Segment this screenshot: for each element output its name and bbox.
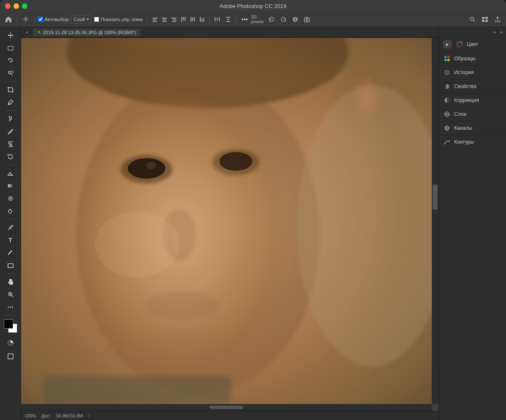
rect-marquee-tool-btn[interactable]: [5, 42, 16, 54]
panel-item-tsvet[interactable]: ▶ Цвет: [439, 37, 506, 52]
toolbar-sep-4: [209, 15, 210, 24]
svg-point-29: [470, 17, 474, 21]
panel-collapse-right-btn[interactable]: »: [499, 29, 503, 35]
history-icon: [443, 69, 451, 76]
svg-rect-9: [181, 17, 182, 22]
move-tool-btn[interactable]: [5, 29, 16, 41]
zoom-display: 100%: [24, 413, 36, 418]
brush-tool-btn[interactable]: [5, 126, 16, 137]
svg-point-102: [444, 143, 446, 144]
undo-rotate-icon[interactable]: [278, 14, 288, 24]
panel-item-svoystva[interactable]: Свойства: [439, 80, 506, 94]
align-group: [151, 15, 206, 24]
show-controls-group: Показать упр. элем.: [94, 17, 144, 22]
gradient-tool-btn[interactable]: [5, 180, 16, 192]
window-controls[interactable]: [5, 3, 27, 9]
blur-tool-btn[interactable]: [5, 193, 16, 204]
3d-label: 3D-режим: [251, 15, 264, 24]
minimize-button[interactable]: [13, 3, 19, 9]
align-middle-icon[interactable]: [188, 15, 196, 24]
clone-tool-btn[interactable]: [5, 138, 16, 150]
samples-icon: [443, 55, 451, 62]
panel-item-kontury[interactable]: Контуры: [439, 135, 506, 149]
type-tool-btn[interactable]: T: [5, 234, 16, 246]
spot-heal-tool-btn[interactable]: [5, 113, 16, 125]
history-brush-btn[interactable]: [5, 151, 16, 163]
crop-tool-btn[interactable]: [5, 84, 16, 96]
align-left-icon[interactable]: [151, 15, 159, 24]
svg-rect-14: [194, 17, 195, 21]
svg-point-50: [8, 142, 11, 144]
quick-mask-btn[interactable]: [5, 337, 16, 349]
zoom-tool-btn[interactable]: [5, 289, 16, 300]
properties-icon: [443, 83, 451, 90]
tool-sep-4: [5, 219, 16, 219]
layer-dropdown[interactable]: Слой: [71, 15, 92, 24]
maximize-button[interactable]: [22, 3, 27, 9]
hand-tool-btn[interactable]: [5, 276, 16, 288]
show-controls-checkbox[interactable]: [94, 17, 99, 22]
color-swatches[interactable]: [4, 319, 17, 333]
eraser-tool-btn[interactable]: [5, 167, 16, 179]
panel-item-istoriya[interactable]: История: [439, 66, 506, 80]
auto-select-checkbox[interactable]: [38, 17, 43, 22]
path-select-btn[interactable]: [5, 247, 16, 259]
canvas-viewport[interactable]: [21, 38, 439, 411]
pen-tool-btn[interactable]: [5, 222, 16, 233]
tab-close-icon[interactable]: ✕: [37, 30, 40, 35]
panel-collapse-left-btn[interactable]: «: [493, 29, 497, 35]
app-title: Adobe Photoshop CC 2019: [220, 3, 286, 9]
status-bar: 100% Дос: 34,9М/34,9М ›: [21, 411, 439, 420]
svg-rect-34: [485, 20, 488, 22]
right-panel: « » ▶ Цвет Образцы История: [439, 27, 506, 420]
panel-play-tsvet[interactable]: ▶: [443, 40, 452, 48]
panel-item-sloi[interactable]: Слои: [439, 107, 506, 121]
vertical-scrollbar-thumb[interactable]: [433, 185, 438, 210]
svg-rect-59: [8, 264, 13, 268]
lasso-tool-btn[interactable]: [5, 55, 16, 67]
panels-icon[interactable]: [480, 14, 490, 24]
align-top-icon[interactable]: [179, 15, 187, 24]
panel-item-obraztsy[interactable]: Образцы: [439, 52, 506, 66]
align-right-icon[interactable]: [170, 15, 178, 24]
canvas-tab-active[interactable]: ✕ 2019-11-28 13-35-39.JPG @ 100% (RGB/8*…: [33, 29, 140, 36]
tool-sep-3: [5, 165, 16, 165]
eyedropper-tool-btn[interactable]: [5, 96, 16, 108]
svg-rect-85: [444, 56, 447, 58]
screen-mode-btn[interactable]: [5, 350, 16, 362]
tab-collapse-left[interactable]: «: [23, 30, 31, 35]
horizontal-scrollbar-thumb[interactable]: [210, 406, 243, 409]
align-bottom-icon[interactable]: [197, 15, 206, 24]
svg-line-40: [13, 72, 13, 73]
dodge-tool-btn[interactable]: [5, 205, 16, 217]
home-icon[interactable]: [3, 14, 13, 24]
face-svg-overlay: [21, 38, 432, 404]
distribute-v-icon[interactable]: [224, 15, 232, 24]
more-icon[interactable]: •••: [240, 14, 250, 24]
panel-item-kanaly[interactable]: Каналы: [439, 121, 506, 135]
search-icon[interactable]: [467, 14, 477, 24]
camera-icon[interactable]: [302, 14, 312, 24]
close-button[interactable]: [5, 3, 11, 9]
foreground-color[interactable]: [4, 319, 13, 329]
3d-mode-icon[interactable]: 3D-режим: [252, 14, 262, 24]
move-arrows-icon[interactable]: [21, 14, 31, 24]
rotate-icon[interactable]: [266, 14, 277, 24]
shape-tool-btn[interactable]: [5, 259, 16, 271]
export-icon[interactable]: [493, 14, 503, 24]
svg-line-38: [11, 74, 13, 75]
svg-point-65: [10, 307, 11, 308]
status-arrow[interactable]: ›: [88, 413, 90, 418]
svg-rect-13: [192, 18, 193, 21]
quick-select-tool-btn[interactable]: [5, 67, 16, 79]
horizontal-scrollbar[interactable]: [21, 404, 432, 411]
align-center-icon[interactable]: [160, 15, 169, 24]
panel-item-korrektsiya[interactable]: Коррекция: [439, 94, 506, 107]
play-tsvet-btn[interactable]: ▶: [443, 40, 452, 48]
more-tools-btn[interactable]: [5, 301, 16, 313]
color-icon: [456, 40, 463, 48]
distribute-h-icon[interactable]: [213, 15, 221, 24]
vertical-scrollbar[interactable]: [432, 38, 439, 404]
svg-line-49: [8, 134, 8, 134]
network-icon[interactable]: [290, 14, 300, 24]
